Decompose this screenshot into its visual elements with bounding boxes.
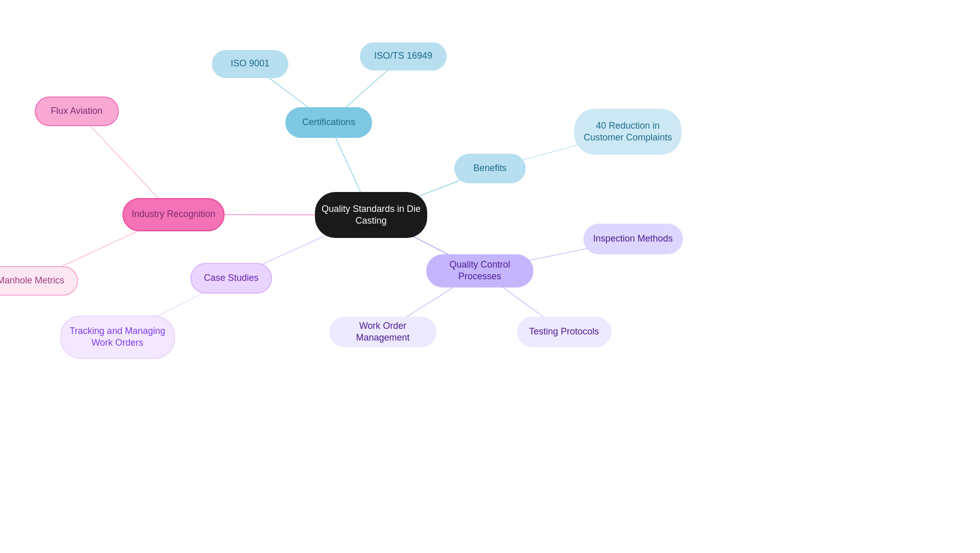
reduction-node[interactable]: 40 Reduction in Customer Complaints <box>574 109 681 155</box>
inspection-methods-label: Inspection Methods <box>589 233 677 245</box>
center-node[interactable]: Quality Standards in Die Casting <box>315 192 427 238</box>
quality-control-label: Quality Control Processes <box>426 259 533 283</box>
certifications-label: Certifications <box>298 116 359 128</box>
tracking-work-orders-label: Tracking and Managing Work Orders <box>61 325 174 349</box>
manhole-metrics-label: Manhole Metrics <box>0 275 68 286</box>
industry-recognition-node[interactable]: Industry Recognition <box>122 198 225 231</box>
certifications-node[interactable]: Certifications <box>285 107 372 138</box>
center-label: Quality Standards in Die Casting <box>315 203 427 227</box>
flux-aviation-node[interactable]: Flux Aviation <box>35 97 119 126</box>
flux-aviation-label: Flux Aviation <box>46 105 107 117</box>
case-studies-label: Case Studies <box>200 272 262 284</box>
tracking-work-orders-node[interactable]: Tracking and Managing Work Orders <box>60 316 175 359</box>
iso9001-node[interactable]: ISO 9001 <box>212 50 288 78</box>
iso9001-label: ISO 9001 <box>227 58 274 69</box>
testing-protocols-node[interactable]: Testing Protocols <box>517 317 611 347</box>
isots16949-label: ISO/TS 16949 <box>370 50 436 62</box>
work-order-management-label: Work Order Management <box>329 320 436 344</box>
work-order-management-node[interactable]: Work Order Management <box>329 317 436 347</box>
reduction-label: 40 Reduction in Customer Complaints <box>574 120 681 144</box>
testing-protocols-label: Testing Protocols <box>525 326 603 338</box>
quality-control-node[interactable]: Quality Control Processes <box>426 254 533 287</box>
isots16949-node[interactable]: ISO/TS 16949 <box>360 42 447 70</box>
manhole-metrics-node[interactable]: Manhole Metrics <box>0 266 78 296</box>
benefits-node[interactable]: Benefits <box>454 154 526 183</box>
inspection-methods-node[interactable]: Inspection Methods <box>583 224 683 254</box>
case-studies-node[interactable]: Case Studies <box>190 263 272 294</box>
industry-recognition-label: Industry Recognition <box>128 208 219 220</box>
benefits-label: Benefits <box>469 162 510 174</box>
